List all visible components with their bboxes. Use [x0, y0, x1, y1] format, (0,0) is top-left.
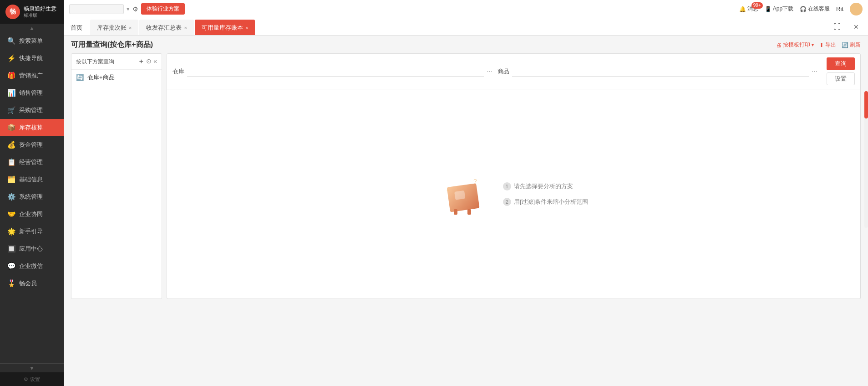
- sidebar-item-guide[interactable]: 🌟 新手引导: [0, 223, 64, 240]
- tab-home[interactable]: 首页: [64, 20, 89, 35]
- tab-refresh-button[interactable]: ✕: [853, 23, 859, 31]
- sidebar-item-marketing[interactable]: 🎁 营销推广: [0, 67, 64, 84]
- goods-more-dots[interactable]: ···: [812, 67, 817, 76]
- hint-2-text: 用[过滤]条件来缩小分析范围: [514, 196, 588, 208]
- sidebar-brand-text: 畅康通好生意 标准版: [24, 5, 56, 19]
- gift-icon: 🎁: [7, 72, 15, 80]
- main-area: ▾ ⚙ 体验行业方案 🔔 消息 99+ 📱 App下载 🎧 在线客服 Rit: [64, 0, 868, 386]
- user-name: Rit: [836, 5, 843, 12]
- goods-filter-field: 商品 ···: [497, 67, 818, 77]
- content-layout: 按以下方案查询 ＋ ⊙ « 🔄 仓库+商品 仓库: [64, 50, 868, 299]
- sidebar-item-inventory[interactable]: 📦 库存核算: [0, 119, 64, 136]
- sidebar-item-system[interactable]: ⚙️ 系统管理: [0, 188, 64, 206]
- filter-panel-title: 按以下方案查询: [76, 58, 114, 66]
- sidebar-item-search[interactable]: 🔍 搜索菜单: [0, 32, 64, 50]
- settings-filter-icon[interactable]: ⊙: [146, 57, 152, 66]
- sidebar-item-basic[interactable]: 🗂️ 基础信息: [0, 171, 64, 188]
- tab-receipt-close-icon[interactable]: ×: [184, 25, 187, 31]
- sidebar-item-operations[interactable]: 📋 经营管理: [0, 154, 64, 171]
- cart-icon: 🛒: [7, 106, 15, 114]
- topbar-dropdown-arrow[interactable]: ▾: [127, 5, 130, 12]
- sidebar-footer: ⚙ 设置: [0, 372, 64, 386]
- trial-button[interactable]: 体验行业方案: [141, 3, 185, 15]
- sidebar-item-member[interactable]: 🎖️ 畅会员: [0, 275, 64, 292]
- empty-hints: 1 请先选择要分析的方案 2 用[过滤]条件来缩小分析范围: [503, 180, 588, 208]
- settings-button[interactable]: 设置: [827, 72, 855, 85]
- empty-box-svg: ? ✦: [439, 169, 489, 219]
- goods-label: 商品: [497, 67, 509, 76]
- svg-text:?: ?: [473, 178, 477, 185]
- headset-icon: 🎧: [800, 6, 807, 12]
- message-bell-icon: 🔔: [739, 6, 746, 12]
- right-panel: 仓库 ··· 商品 ··· 查询 设置: [167, 53, 861, 299]
- sidebar-item-shortcut[interactable]: ⚡ 快捷导航: [0, 50, 64, 67]
- star-icon: 🌟: [7, 227, 15, 236]
- sidebar-item-purchase[interactable]: 🛒 采购管理: [0, 102, 64, 119]
- query-action-buttons: 查询 设置: [822, 57, 855, 85]
- topbar-left: ▾ ⚙ 体验行业方案: [69, 3, 736, 15]
- svg-rect-1: [454, 190, 465, 200]
- apps-icon: 🔲: [7, 245, 15, 253]
- hint-1-text: 请先选择要分析的方案: [514, 180, 573, 192]
- hint-2-number: 2: [503, 198, 511, 206]
- sidebar-scroll-up[interactable]: ▲: [0, 24, 64, 32]
- chart-icon: 📊: [7, 89, 15, 97]
- phone-icon: 📱: [765, 6, 772, 12]
- message-badge: 99+: [751, 2, 763, 9]
- warehouse-more-dots[interactable]: ···: [487, 67, 492, 76]
- filter-panel: 按以下方案查询 ＋ ⊙ « 🔄 仓库+商品: [71, 53, 162, 299]
- filter-item-warehouse-goods[interactable]: 🔄 仓库+商品: [71, 70, 162, 85]
- hint-1: 1 请先选择要分析的方案: [503, 180, 588, 192]
- query-button[interactable]: 查询: [827, 57, 855, 70]
- tabs-bar: 首页 库存批次账 × 收发存汇总表 × 可用量库存账本 × ⛶ ✕: [64, 18, 868, 36]
- print-button[interactable]: 🖨 按模板打印 ▾: [776, 41, 814, 49]
- member-icon: 🎖️: [7, 279, 15, 288]
- tab-receipt[interactable]: 收发存汇总表 ×: [139, 20, 193, 35]
- sidebar-item-apps[interactable]: 🔲 应用中心: [0, 240, 64, 257]
- empty-state-content: ? ✦ 1 请先选择要分析的方案 2 用[: [439, 169, 588, 219]
- goods-input[interactable]: [512, 67, 809, 77]
- sidebar-header: 畅 畅康通好生意 标准版: [0, 0, 64, 24]
- empty-illustration: ? ✦: [439, 169, 489, 219]
- topbar-search-input[interactable]: [69, 4, 124, 14]
- sidebar-item-company[interactable]: 🤝 企业协同: [0, 206, 64, 223]
- hint-1-number: 1: [503, 182, 511, 190]
- add-filter-icon[interactable]: ＋: [138, 57, 144, 66]
- topbar-gear-icon[interactable]: ⚙: [132, 5, 138, 13]
- gear-icon: ⚙️: [7, 193, 15, 201]
- refresh-button[interactable]: 🔄 刷新: [842, 41, 861, 49]
- app-download-link[interactable]: 📱 App下载: [765, 5, 793, 13]
- online-service-link[interactable]: 🎧 在线客服: [800, 5, 830, 13]
- tab-available-close-icon[interactable]: ×: [245, 25, 248, 31]
- svg-rect-3: [467, 209, 471, 215]
- sidebar-item-sales[interactable]: 📊 销售管理: [0, 84, 64, 102]
- sidebar-scroll-down[interactable]: ▼: [0, 363, 64, 372]
- filter-header-actions: ＋ ⊙ «: [138, 57, 157, 66]
- box-icon: 📦: [7, 124, 15, 132]
- tab-batch-close-icon[interactable]: ×: [129, 25, 132, 31]
- money-icon: 💰: [7, 141, 15, 149]
- message-icon-area[interactable]: 🔔 消息 99+: [739, 5, 758, 13]
- warehouse-label: 仓库: [173, 67, 184, 76]
- page-area: 可用量查询(按仓库+商品) 🖨 按模板打印 ▾ ⬆ 导出 🔄 刷新: [64, 36, 868, 386]
- export-icon: ⬆: [819, 42, 824, 48]
- right-scroll-thumb[interactable]: [864, 91, 868, 118]
- empty-state-area: ? ✦ 1 请先选择要分析的方案 2 用[: [167, 89, 861, 299]
- page-header: 可用量查询(按仓库+商品) 🖨 按模板打印 ▾ ⬆ 导出 🔄 刷新: [64, 36, 868, 50]
- collapse-filter-icon[interactable]: «: [153, 57, 157, 66]
- svg-text:✦: ✦: [446, 188, 450, 193]
- export-button[interactable]: ⬆ 导出: [819, 41, 836, 49]
- tab-available[interactable]: 可用量库存账本 ×: [195, 20, 255, 35]
- hint-2: 2 用[过滤]条件来缩小分析范围: [503, 196, 588, 208]
- warehouse-input[interactable]: [187, 67, 484, 77]
- sidebar-item-funds[interactable]: 💰 资金管理: [0, 136, 64, 154]
- filter-panel-header: 按以下方案查询 ＋ ⊙ «: [71, 54, 162, 70]
- print-dropdown-icon[interactable]: ▾: [812, 42, 814, 47]
- page-title: 可用量查询(按仓库+商品): [71, 40, 153, 50]
- warehouse-filter-field: 仓库 ···: [173, 67, 493, 77]
- tab-expand-button[interactable]: ⛶: [833, 23, 841, 31]
- sidebar-item-wechat[interactable]: 💬 企业微信: [0, 257, 64, 275]
- svg-rect-2: [454, 209, 457, 215]
- sidebar-menu: 🔍 搜索菜单 ⚡ 快捷导航 🎁 营销推广 📊 销售管理 🛒 采购管理 📦 库存核…: [0, 32, 64, 363]
- tab-batch[interactable]: 库存批次账 ×: [90, 20, 138, 35]
